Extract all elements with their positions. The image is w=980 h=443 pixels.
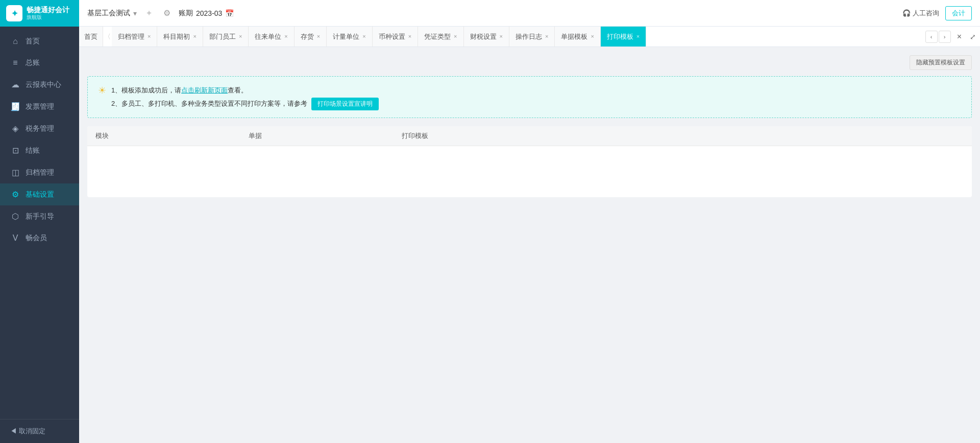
tab-taxsetting[interactable]: 财税设置 × (464, 27, 509, 46)
tab-archive[interactable]: 归档管理 × (112, 27, 157, 46)
tab-singledoc-label: 单据模板 (561, 32, 587, 41)
print-template-table: 模块 单据 打印模板 (87, 126, 972, 197)
tab-close-all-button[interactable]: × (953, 27, 966, 46)
tab-currency-close[interactable]: × (408, 34, 411, 39)
user-button[interactable]: 会计 (945, 6, 972, 20)
topbar: 基层工会测试 ▾ ＋ ⚙ 账期 2023-03 📅 🎧 人工咨询 会计 (79, 0, 980, 27)
sidebar-item-reports[interactable]: ☁ 云报表中心 (0, 74, 79, 96)
info-box: ☀ 1、模板添加成功后，请点击刷新新页面查看。 2、多员工、多打印机、多种业务类… (87, 76, 972, 118)
tab-singledoc[interactable]: 单据模板 × (555, 27, 600, 46)
sidebar-item-home[interactable]: ⌂ 首页 (0, 31, 79, 52)
sidebar-item-tax[interactable]: ◈ 税务管理 (0, 118, 79, 139)
sidebar-item-label: 结账 (26, 146, 40, 155)
tab-currency[interactable]: 币种设置 × (373, 27, 418, 46)
period-label: 账期 (179, 9, 193, 18)
tab-printtemplate-label: 打印模板 (607, 32, 633, 41)
main-content: 基层工会测试 ▾ ＋ ⚙ 账期 2023-03 📅 🎧 人工咨询 会计 首页 〈… (79, 0, 980, 443)
sidebar-item-label: 首页 (26, 37, 40, 46)
tab-oplog-close[interactable]: × (545, 34, 548, 39)
tab-printtemplate-close[interactable]: × (636, 34, 640, 39)
guide-icon: ⬡ (10, 212, 20, 221)
calendar-icon[interactable]: 📅 (225, 9, 234, 17)
tab-printtemplate[interactable]: 打印模板 × (601, 27, 646, 46)
archive-icon: ◫ (10, 168, 20, 177)
settings-icon: ⚙ (10, 190, 20, 199)
refresh-link[interactable]: 点击刷新新页面 (181, 86, 228, 94)
tab-oplog[interactable]: 操作日志 × (509, 27, 555, 46)
tab-voucher-close[interactable]: × (454, 34, 457, 39)
tab-nav-arrows: ‹ › (923, 27, 953, 46)
tab-voucher[interactable]: 凭证类型 × (418, 27, 463, 46)
sidebar-item-invoice[interactable]: 🧾 发票管理 (0, 96, 79, 118)
tab-home[interactable]: 首页 (79, 27, 103, 46)
company-selector[interactable]: 基层工会测试 ▾ (87, 9, 137, 18)
reports-icon: ☁ (10, 80, 20, 89)
member-icon: V (10, 234, 20, 243)
ledger-icon: ≡ (10, 58, 20, 67)
tab-inventory-close[interactable]: × (317, 34, 320, 39)
sidebar-item-label: 新手引导 (26, 212, 54, 221)
column-document: 单据 (249, 131, 402, 141)
tax-icon: ◈ (10, 124, 20, 133)
tab-taxsetting-close[interactable]: × (500, 34, 503, 39)
app-logo: ✦ 畅捷通好会计 旗舰版 (0, 0, 79, 27)
info-line1-suffix: 查看。 (228, 86, 248, 94)
tab-expand-button[interactable]: ⤢ (966, 27, 980, 46)
tab-prev-button[interactable]: ‹ (925, 31, 938, 43)
tab-subjects-close[interactable]: × (193, 34, 196, 39)
sidebar-item-label: 税务管理 (26, 124, 54, 133)
tab-dept-close[interactable]: × (239, 34, 242, 39)
info-text: 1、模板添加成功后，请点击刷新新页面查看。 2、多员工、多打印机、多种业务类型设… (111, 84, 379, 110)
topbar-settings-icon[interactable]: ⚙ (161, 8, 173, 18)
sidebar-item-label: 发票管理 (26, 102, 54, 111)
tab-singledoc-close[interactable]: × (591, 34, 594, 39)
settle-icon: ⊡ (10, 146, 20, 155)
tab-partner-label: 往来单位 (255, 32, 281, 41)
tab-partner-close[interactable]: × (284, 34, 287, 39)
sidebar-item-label: 云报表中心 (26, 80, 61, 89)
sidebar-item-ledger[interactable]: ≡ 总账 (0, 52, 79, 74)
sidebar: ✦ 畅捷通好会计 旗舰版 ⌂ 首页 ≡ 总账 ☁ 云报表中心 🧾 发票管理 ◈ … (0, 0, 79, 443)
tab-dept[interactable]: 部门员工 × (203, 27, 249, 46)
sidebar-unpin-button[interactable]: ◀ 取消固定 (0, 419, 79, 443)
tab-currency-label: 币种设置 (379, 32, 405, 41)
tab-unit-close[interactable]: × (362, 34, 365, 39)
sidebar-nav: ⌂ 首页 ≡ 总账 ☁ 云报表中心 🧾 发票管理 ◈ 税务管理 ⊡ 结账 ◫ 归… (0, 27, 79, 419)
unpin-label: ◀ 取消固定 (10, 427, 45, 436)
table-body (87, 146, 972, 197)
hide-template-button[interactable]: 隐藏预置模板设置 (910, 55, 972, 70)
tab-bar: 首页 〈 归档管理 × 科目期初 × 部门员工 × 往来单位 × 存货 × 计量… (79, 27, 980, 47)
support-button[interactable]: 🎧 人工咨询 (902, 9, 939, 18)
column-module: 模块 (95, 131, 249, 141)
sidebar-item-guide[interactable]: ⬡ 新手引导 (0, 205, 79, 227)
add-company-button[interactable]: ＋ (143, 8, 155, 18)
tab-subjects[interactable]: 科目期初 × (157, 27, 203, 46)
tab-archive-close[interactable]: × (148, 34, 151, 39)
hide-template-area: 隐藏预置模板设置 (87, 55, 972, 70)
sidebar-item-settle[interactable]: ⊡ 结账 (0, 139, 79, 161)
table-header: 模块 单据 打印模板 (87, 126, 972, 146)
sidebar-item-label: 畅会员 (26, 234, 47, 243)
app-name: 畅捷通好会计 (27, 6, 69, 14)
sidebar-item-label: 总账 (26, 58, 40, 67)
tab-unit-label: 计量单位 (333, 32, 359, 41)
tab-inventory[interactable]: 存货 × (295, 27, 327, 46)
sidebar-item-member[interactable]: V 畅会员 (0, 227, 79, 249)
tab-inventory-label: 存货 (301, 32, 314, 41)
tab-next-button[interactable]: › (939, 31, 951, 43)
tab-partner[interactable]: 往来单位 × (249, 27, 294, 46)
bulb-icon: ☀ (98, 85, 106, 96)
topbar-right: 🎧 人工咨询 会计 (902, 6, 972, 20)
app-edition: 旗舰版 (27, 14, 69, 21)
sidebar-item-settings[interactable]: ⚙ 基础设置 (0, 183, 79, 205)
print-scene-btn[interactable]: 打印场景设置宣讲明 (311, 98, 379, 110)
tab-home-label: 首页 (84, 32, 97, 41)
info-line2-prefix: 2、多员工、多打印机、多种业务类型设置不同打印方案等，请参考 (111, 100, 307, 107)
page-content: 隐藏预置模板设置 ☀ 1、模板添加成功后，请点击刷新新页面查看。 2、多员工、多… (79, 47, 980, 443)
period-display: 账期 2023-03 📅 (179, 9, 234, 18)
tab-unit[interactable]: 计量单位 × (327, 27, 372, 46)
invoice-icon: 🧾 (10, 102, 20, 111)
company-name: 基层工会测试 (87, 9, 130, 18)
tab-subjects-label: 科目期初 (163, 32, 190, 41)
sidebar-item-archive[interactable]: ◫ 归档管理 (0, 161, 79, 183)
